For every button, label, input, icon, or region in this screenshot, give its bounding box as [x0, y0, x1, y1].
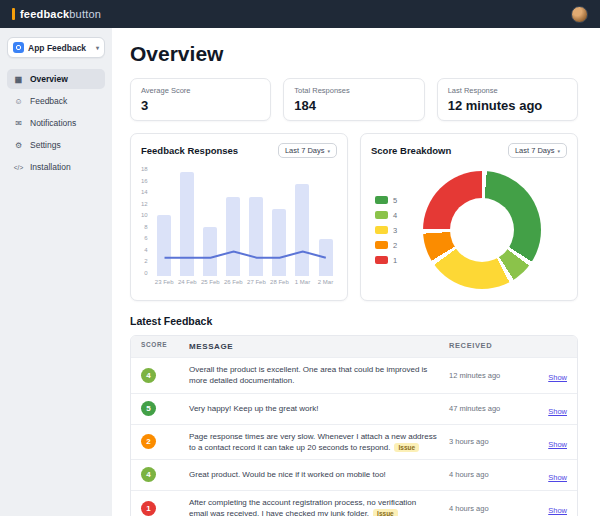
show-link[interactable]: Show [548, 440, 567, 449]
range-select-button[interactable]: Last 7 Days ▾ [508, 143, 567, 158]
stats-row: Average Score 3 Total Responses 184 Last… [130, 78, 578, 121]
feedback-responses-card: Feedback Responses Last 7 Days ▾ 1816141… [130, 133, 348, 301]
received-time: 3 hours ago [449, 437, 533, 446]
bar-1 Mar [295, 184, 309, 276]
feedback-message: Great product. Would be nice if it worke… [189, 469, 449, 480]
overview-icon: ▦ [13, 75, 24, 84]
project-selector[interactable]: App Feedback ▾ [7, 37, 105, 58]
sidebar-item-label: Overview [30, 74, 68, 84]
range-select-button[interactable]: Last 7 Days ▾ [278, 143, 337, 158]
main-content: Overview Average Score 3 Total Responses… [112, 28, 600, 516]
stat-card-last-response: Last Response 12 minutes ago [437, 78, 578, 121]
sidebar-item-settings[interactable]: ⚙ Settings [7, 135, 105, 155]
score-badge: 1 [141, 501, 156, 516]
envelope-icon: ✉ [13, 119, 24, 128]
chevron-down-icon: ▾ [327, 148, 330, 154]
received-time: 47 minutes ago [449, 404, 533, 413]
topbar: feedbackbutton [0, 0, 600, 28]
show-link[interactable]: Show [548, 373, 567, 382]
stat-label: Total Responses [294, 86, 413, 95]
show-link[interactable]: Show [548, 473, 567, 482]
sidebar-item-label: Installation [30, 162, 71, 172]
table-row: 4 Great product. Would be nice if it wor… [131, 459, 577, 490]
legend-item: 2 [375, 241, 397, 250]
bar-chart-x-axis: 23 Feb24 Feb25 Feb26 Feb27 Feb28 Feb1 Ma… [153, 276, 337, 285]
column-header-score: Score [141, 341, 189, 352]
feedback-message: After completing the account registratio… [189, 497, 449, 516]
feedback-table-body: 4 Overall the product is excellent. One … [131, 357, 577, 516]
legend-item: 5 [375, 196, 397, 205]
stat-value: 12 minutes ago [448, 98, 567, 113]
received-time: 12 minutes ago [449, 371, 533, 380]
stat-card-average-score: Average Score 3 [130, 78, 271, 121]
score-badge: 4 [141, 467, 156, 482]
stat-label: Average Score [141, 86, 260, 95]
legend-item: 4 [375, 211, 397, 220]
bar-24 Feb [180, 172, 194, 276]
legend-item: 3 [375, 226, 397, 235]
score-badge: 2 [141, 434, 156, 449]
stat-value: 3 [141, 98, 260, 113]
chevron-down-icon: ▾ [557, 148, 560, 154]
feedback-message: Overall the product is excellent. One ar… [189, 364, 449, 386]
code-icon: </> [13, 164, 24, 171]
user-avatar[interactable] [571, 6, 588, 23]
bar-28 Feb [272, 209, 286, 276]
bar-chart: 181614121086420 23 Feb24 Feb25 Feb26 Feb… [141, 166, 337, 285]
project-icon [13, 42, 24, 53]
chart-title: Score Breakdown [371, 145, 451, 156]
table-row: 5 Very happy! Keep up the great work! 47… [131, 393, 577, 424]
table-row: 2 Page response times are very slow. Whe… [131, 424, 577, 459]
smiley-icon: ☺ [13, 97, 24, 106]
sidebar-item-label: Notifications [30, 118, 76, 128]
sidebar-item-overview[interactable]: ▦ Overview [7, 69, 105, 89]
column-header-message: Message [189, 341, 449, 352]
issue-badge: Issue [373, 509, 398, 516]
column-header-received: Received [449, 341, 533, 352]
stat-value: 184 [294, 98, 413, 113]
score-badge: 5 [141, 401, 156, 416]
app-logo: feedbackbutton [12, 8, 101, 20]
feedback-message: Very happy! Keep up the great work! [189, 403, 449, 414]
bar-25 Feb [203, 227, 217, 276]
bar-27 Feb [249, 197, 263, 276]
score-breakdown-card: Score Breakdown Last 7 Days ▾ 54321 [360, 133, 578, 301]
stat-label: Last Response [448, 86, 567, 95]
stat-card-total-responses: Total Responses 184 [283, 78, 424, 121]
table-header: Score Message Received [131, 336, 577, 357]
logo-text: feedbackbutton [20, 8, 101, 20]
sidebar-item-feedback[interactable]: ☺ Feedback [7, 91, 105, 111]
received-time: 4 hours ago [449, 470, 533, 479]
show-link[interactable]: Show [548, 506, 567, 515]
legend-item: 1 [375, 256, 397, 265]
bar-chart-plot [153, 166, 337, 276]
table-row: 4 Overall the product is excellent. One … [131, 357, 577, 392]
show-link[interactable]: Show [548, 407, 567, 416]
score-badge: 4 [141, 368, 156, 383]
issue-badge: Issue [394, 443, 419, 452]
bar-2 Mar [319, 239, 333, 276]
donut-chart [423, 171, 541, 289]
charts-row: Feedback Responses Last 7 Days ▾ 1816141… [130, 133, 578, 301]
sidebar-nav: ▦ Overview ☺ Feedback ✉ Notifications ⚙ … [7, 69, 105, 177]
sidebar-item-notifications[interactable]: ✉ Notifications [7, 113, 105, 133]
bar-chart-y-axis: 181614121086420 [141, 166, 153, 276]
sidebar: App Feedback ▾ ▦ Overview ☺ Feedback ✉ N… [0, 28, 112, 516]
donut-legend: 54321 [375, 196, 397, 265]
bar-26 Feb [226, 197, 240, 276]
sidebar-item-installation[interactable]: </> Installation [7, 157, 105, 177]
received-time: 4 hours ago [449, 504, 533, 513]
section-title: Latest Feedback [130, 315, 578, 327]
project-selector-label: App Feedback [28, 43, 86, 53]
chevron-down-icon: ▾ [96, 44, 99, 51]
column-header-actions [533, 341, 567, 352]
gear-icon: ⚙ [13, 141, 24, 150]
sidebar-item-label: Settings [30, 140, 61, 150]
feedback-message: Page response times are very slow. Whene… [189, 431, 449, 453]
feedback-table: Score Message Received 4 Overall the pro… [130, 335, 578, 516]
chart-title: Feedback Responses [141, 145, 238, 156]
page-title: Overview [130, 42, 578, 66]
sidebar-item-label: Feedback [30, 96, 67, 106]
bar-23 Feb [157, 215, 171, 276]
table-row: 1 After completing the account registrat… [131, 490, 577, 516]
